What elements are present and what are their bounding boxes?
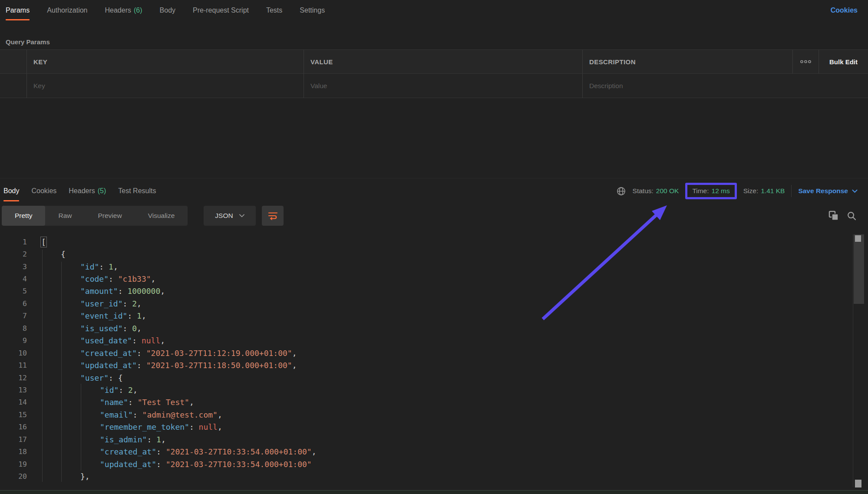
response-headers-count-badge: (5) <box>98 187 106 195</box>
tab-settings[interactable]: Settings <box>300 0 325 21</box>
view-preview-button[interactable]: Preview <box>85 206 135 226</box>
tab-tests-label: Tests <box>266 7 282 14</box>
code-line: 2{ <box>0 248 851 260</box>
value-input[interactable] <box>310 74 582 98</box>
scrollbar-grip-top[interactable] <box>855 235 861 242</box>
scrollbar-grip-bottom[interactable] <box>855 480 861 487</box>
copy-icon[interactable] <box>828 211 839 221</box>
line-number: 3 <box>0 263 27 271</box>
wrap-lines-button[interactable] <box>262 206 284 226</box>
response-tab-headers[interactable]: Headers(5) <box>69 180 106 202</box>
cookies-link[interactable]: Cookies <box>831 0 858 21</box>
code-line: 17"is_admin": 1, <box>0 433 851 445</box>
size-value: 1.41 KB <box>761 187 785 195</box>
line-number: 1 <box>0 238 27 246</box>
tab-body[interactable]: Body <box>160 0 175 21</box>
code-tokens: }, <box>80 472 90 481</box>
tab-params[interactable]: Params <box>6 0 30 21</box>
tab-pre-request-script-label: Pre-request Script <box>193 7 249 14</box>
format-dropdown[interactable]: JSON <box>204 206 256 226</box>
code-line: 7"event_id": 1, <box>0 310 851 322</box>
section-divider <box>0 178 868 178</box>
indent-guide <box>81 384 81 471</box>
tab-authorization[interactable]: Authorization <box>47 0 87 21</box>
code-line: 18"created_at": "2021-03-27T10:33:54.000… <box>0 445 851 458</box>
tab-tests[interactable]: Tests <box>266 0 282 21</box>
view-pretty-button[interactable]: Pretty <box>2 206 45 226</box>
scrollbar-thumb[interactable] <box>854 234 864 304</box>
code-tokens: "event_id": 1, <box>80 311 146 320</box>
query-params-title: Query Params <box>6 38 50 46</box>
code-line: 15"email": "admin@test.com", <box>0 408 851 421</box>
code-line: 9"used_date": null, <box>0 335 851 347</box>
response-tab-test-results-label: Test Results <box>118 187 156 195</box>
key-input[interactable] <box>33 74 304 98</box>
scrollbar-track <box>853 234 853 487</box>
code-line: 11"updated_at": "2021-03-27T11:18:50.000… <box>0 359 851 371</box>
code-tokens: "remember_me_token": null, <box>100 422 222 431</box>
line-number: 9 <box>0 336 27 345</box>
code-tokens: "id": 2, <box>100 385 138 395</box>
code-tokens: "user_id": 2, <box>80 299 142 308</box>
column-header-value: VALUE <box>310 58 333 66</box>
time-highlight-box: Time: 12 ms <box>685 183 736 199</box>
code-line: 5"amount": 1000000, <box>0 285 851 297</box>
view-visualize-button[interactable]: Visualize <box>135 206 188 226</box>
code-tokens: "used_date": null, <box>80 336 165 345</box>
wrap-lines-icon <box>268 211 278 221</box>
code-tokens: "name": "Test Test", <box>100 398 194 407</box>
response-tab-cookies[interactable]: Cookies <box>31 180 56 202</box>
select-all-cell[interactable] <box>0 50 26 73</box>
code-tokens: { <box>61 250 66 259</box>
chevron-down-icon <box>239 214 244 217</box>
tab-headers[interactable]: Headers(6) <box>105 0 142 21</box>
response-tab-cookies-label: Cookies <box>31 187 56 195</box>
bulk-edit-button[interactable]: Bulk Edit <box>829 58 858 66</box>
time-label: Time: <box>692 187 709 195</box>
tab-settings-label: Settings <box>300 7 325 14</box>
bottom-status-strip <box>0 490 868 494</box>
line-number: 13 <box>0 386 27 394</box>
search-icon[interactable] <box>847 211 856 221</box>
code-tokens: "user": { <box>80 373 123 382</box>
code-tokens: "updated_at": "2021-03-27T10:33:54.000+0… <box>100 460 312 469</box>
tab-headers-label: Headers <box>105 7 131 14</box>
headers-count-badge: (6) <box>134 7 142 14</box>
response-status-bar: Status: 200 OK Time: 12 ms Size: 1.41 KB… <box>616 180 858 202</box>
view-raw-button[interactable]: Raw <box>45 206 85 226</box>
response-toolbar: Pretty Raw Preview Visualize JSON <box>0 206 868 226</box>
line-number: 8 <box>0 324 27 333</box>
response-tab-body[interactable]: Body <box>3 180 19 202</box>
code-line: 1[ <box>0 236 851 248</box>
row-select-cell[interactable] <box>0 74 26 98</box>
status-value: 200 OK <box>656 187 679 195</box>
response-size: Size: 1.41 KB <box>743 187 785 195</box>
line-number: 11 <box>0 361 27 369</box>
code-line: 3"id": 1, <box>0 260 851 273</box>
column-header-key: KEY <box>33 58 47 66</box>
code-tokens: "updated_at": "2021-03-27T11:18:50.000+0… <box>80 361 297 370</box>
code-tokens: "code": "c1b33", <box>80 274 155 283</box>
response-body-code: 1[2{3"id": 1,4"code": "c1b33",5"amount":… <box>0 236 851 483</box>
line-number: 14 <box>0 398 27 406</box>
more-options-icon <box>800 59 812 64</box>
response-tab-body-label: Body <box>3 187 19 195</box>
network-globe-icon[interactable] <box>616 186 626 196</box>
postman-request-response-panel: Params Authorization Headers(6) Body Pre… <box>0 0 868 494</box>
params-more-options-button[interactable] <box>792 50 818 73</box>
tab-pre-request-script[interactable]: Pre-request Script <box>193 0 249 21</box>
size-label: Size: <box>743 187 758 195</box>
line-number: 16 <box>0 423 27 431</box>
code-line: 12"user": { <box>0 372 851 384</box>
code-line: 4"code": "c1b33", <box>0 273 851 285</box>
time-value: 12 ms <box>712 187 730 195</box>
save-response-button[interactable]: Save Response <box>798 187 858 195</box>
save-response-label: Save Response <box>798 187 848 195</box>
description-input[interactable] <box>589 74 792 98</box>
line-number: 4 <box>0 275 27 283</box>
line-number: 19 <box>0 460 27 468</box>
response-tab-bar: Body Cookies Headers(5) Test Results <box>0 180 156 202</box>
response-tab-test-results[interactable]: Test Results <box>118 180 156 202</box>
view-mode-switcher: Pretty Raw Preview Visualize <box>2 206 188 226</box>
code-tokens: "id": 1, <box>80 262 118 271</box>
